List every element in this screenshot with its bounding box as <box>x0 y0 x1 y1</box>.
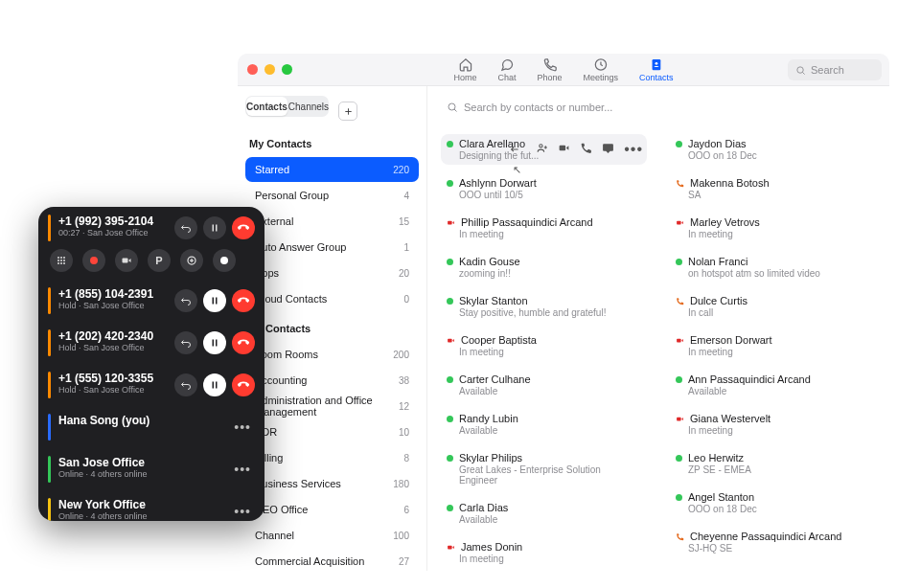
sidebar-item-billing[interactable]: Billing8 <box>245 445 419 470</box>
transfer-button[interactable] <box>174 289 197 312</box>
sidebar-item-personal-group[interactable]: Personal Group4 <box>245 183 419 208</box>
hangup-button[interactable] <box>232 331 255 354</box>
svg-rect-12 <box>677 417 681 420</box>
contact-row[interactable]: Ashlynn DorwartOOO until 10/5 <box>441 173 647 204</box>
contact-name: Emerson Dorwart <box>690 334 772 346</box>
contact-row[interactable]: Skylar StantonStay positive, humble and … <box>441 291 647 322</box>
global-search[interactable]: Search <box>788 59 882 80</box>
self-stripe <box>48 414 51 441</box>
transfer-icon[interactable]: ↖ <box>505 139 526 160</box>
sidebar-item-label: Starred <box>255 164 289 175</box>
add-contact-icon[interactable] <box>536 141 548 158</box>
sidebar-item-accounting[interactable]: Accounting38 <box>245 368 419 393</box>
svg-rect-30 <box>213 382 215 389</box>
sidebar-item-ceo-office[interactable]: CEO Office6 <box>245 497 419 522</box>
hangup-button[interactable] <box>232 373 255 396</box>
contacts-search[interactable]: Search by contacts or number... <box>441 96 876 119</box>
resume-button[interactable] <box>203 373 226 396</box>
minimize-icon[interactable] <box>264 64 275 75</box>
contact-name: Skylar Stanton <box>459 295 528 306</box>
presence-meeting-icon <box>447 543 455 552</box>
contact-row[interactable]: Livia CurtisHello world... <box>670 566 876 571</box>
chat-icon[interactable] <box>602 141 614 158</box>
contact-row[interactable]: Angel StantonOOO on 18 Dec <box>670 487 876 518</box>
contact-row[interactable]: James DoninIn meeting <box>441 537 647 568</box>
resume-button[interactable] <box>203 289 226 312</box>
contact-name: James Donin <box>461 541 522 553</box>
sidebar-item-zoom-rooms[interactable]: Zoom Rooms200 <box>245 342 419 367</box>
contact-row[interactable]: Leo HerwitzZP SE - EMEA <box>670 448 876 479</box>
contact-row[interactable]: Kadin Gousezooming in!! <box>441 252 647 283</box>
contact-row[interactable]: Cheyenne Passaquindici ArcandSJ-HQ SE <box>670 527 876 557</box>
presence-available-icon <box>676 141 682 147</box>
contact-row[interactable]: Marley VetrovsIn meeting <box>670 213 876 243</box>
hangup-button[interactable] <box>232 289 255 312</box>
tab-home[interactable]: Home <box>453 57 476 82</box>
contact-status: In meeting <box>459 229 641 239</box>
tab-meetings[interactable]: Meetings <box>584 57 619 82</box>
window-titlebar: HomeChatPhoneMeetingsContacts Search <box>238 54 889 86</box>
contact-row[interactable]: Dulce CurtisIn call <box>670 291 876 322</box>
park-icon[interactable]: P <box>148 249 171 272</box>
tab-contacts[interactable]: Contacts <box>639 57 674 82</box>
contact-row[interactable]: Ann Passaquindici ArcandAvailable <box>670 370 876 400</box>
sidebar-item-cloud-contacts[interactable]: Cloud Contacts0 <box>245 286 419 311</box>
transfer-button[interactable] <box>174 216 197 239</box>
sidebar-item-external[interactable]: External15 <box>245 209 419 234</box>
video-icon[interactable] <box>115 249 138 272</box>
add-group-button[interactable] <box>338 102 357 121</box>
more-icon[interactable]: ••• <box>624 141 643 158</box>
sidebar-item-commercial-acquisition[interactable]: Commercial Acquisition27 <box>245 549 419 571</box>
record-icon[interactable] <box>82 249 105 272</box>
more-icon[interactable]: ••• <box>230 462 255 477</box>
transfer-button[interactable] <box>174 373 197 396</box>
hold-button[interactable] <box>203 216 226 239</box>
contact-row[interactable]: Carla DiasAvailable <box>441 498 647 529</box>
svg-rect-10 <box>677 220 681 224</box>
add-call-icon[interactable] <box>180 249 203 272</box>
contact-row[interactable]: Jaydon DiasOOO on 18 Dec <box>670 134 876 165</box>
sidebar-item-auto-answer-group[interactable]: Auto Answer Group1 <box>245 235 419 260</box>
record2-icon[interactable] <box>213 249 236 272</box>
fullscreen-icon[interactable] <box>282 64 292 75</box>
tab-chat[interactable]: Chat <box>497 57 516 82</box>
contact-row[interactable]: Emerson DorwartIn meeting <box>670 330 876 361</box>
global-search-placeholder: Search <box>811 64 844 76</box>
contact-name: Phillip Passaquindici Arcand <box>461 216 593 228</box>
call-tool-strip: P <box>38 245 264 280</box>
sidebar-item-bdr[interactable]: BDR10 <box>245 419 419 444</box>
sidebar-item-apps[interactable]: Apps20 <box>245 260 419 285</box>
hangup-button[interactable] <box>232 216 255 239</box>
segment-channels[interactable]: Channels <box>288 96 329 117</box>
transfer-button[interactable] <box>174 331 197 354</box>
sidebar-item-channel[interactable]: Channel100 <box>245 523 419 548</box>
contact-row[interactable]: Skylar PhilipsGreat Lakes - Enterprise S… <box>441 448 647 489</box>
contact-row[interactable]: Cooper BaptistaIn meeting <box>441 330 647 361</box>
contact-row[interactable]: Giana WesterveltIn meeting <box>670 409 876 440</box>
sidebar-item-starred[interactable]: Starred220 <box>245 157 419 182</box>
call-number: +1 (555) 120-3355 <box>58 372 153 385</box>
close-icon[interactable] <box>247 64 258 75</box>
more-icon[interactable]: ••• <box>230 504 255 519</box>
svg-point-17 <box>63 257 65 259</box>
more-icon[interactable]: ••• <box>230 419 255 435</box>
presence-available-icon <box>447 141 453 147</box>
phone-icon[interactable] <box>580 141 592 158</box>
contact-row[interactable]: Randy LubinAvailable <box>441 409 647 440</box>
contact-row[interactable]: Carter CulhaneAvailable <box>441 370 647 400</box>
contact-row[interactable]: Nolan Francion hotspot atm so limited vi… <box>670 252 876 283</box>
segment-contacts[interactable]: Contacts <box>246 97 288 116</box>
contact-row[interactable]: Makenna BotoshSA <box>670 173 876 204</box>
sidebar-item-administration-and-office-management[interactable]: Administration and Office Management12 <box>245 394 419 418</box>
video-icon[interactable] <box>558 141 570 158</box>
resume-button[interactable] <box>203 331 226 354</box>
tab-phone[interactable]: Phone <box>537 57 562 82</box>
presence-available-icon <box>447 505 453 511</box>
sidebar-item-business-services[interactable]: Business Services180 <box>245 471 419 496</box>
contact-row[interactable]: Phillip Passaquindici ArcandIn meeting <box>441 213 647 243</box>
keypad-icon[interactable] <box>50 249 73 272</box>
contact-status: Great Lakes - Enterprise Solution Engine… <box>459 464 641 486</box>
call-number: +1 (202) 420-2340 <box>58 329 153 343</box>
presence-available-icon <box>447 455 453 462</box>
contact-row[interactable]: Clara ArellanoDesigning the fut...↖••• <box>441 134 647 165</box>
